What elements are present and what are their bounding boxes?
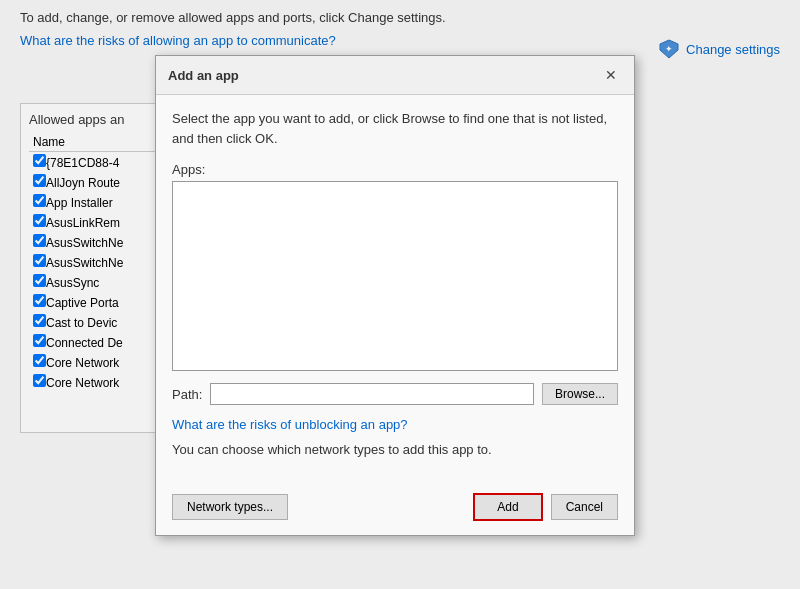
network-types-button[interactable]: Network types... [172, 494, 288, 520]
path-input[interactable] [210, 383, 534, 405]
dialog-description: Select the app you want to add, or click… [172, 109, 618, 148]
dialog-close-button[interactable]: ✕ [600, 64, 622, 86]
cancel-button[interactable]: Cancel [551, 494, 618, 520]
path-label: Path: [172, 387, 202, 402]
dialog-footer: Network types... Add Cancel [156, 485, 634, 535]
apps-listbox[interactable] [172, 181, 618, 371]
path-row: Path: Browse... [172, 383, 618, 405]
apps-label: Apps: [172, 162, 618, 177]
browse-button[interactable]: Browse... [542, 383, 618, 405]
dialog-titlebar: Add an app ✕ [156, 56, 634, 95]
dialog-title: Add an app [168, 68, 239, 83]
network-types-text: You can choose which network types to ad… [172, 442, 618, 457]
dialog-body: Select the app you want to add, or click… [156, 95, 634, 485]
add-app-dialog: Add an app ✕ Select the app you want to … [155, 55, 635, 536]
add-button[interactable]: Add [473, 493, 542, 521]
unblock-risk-link[interactable]: What are the risks of unblocking an app? [172, 417, 618, 432]
